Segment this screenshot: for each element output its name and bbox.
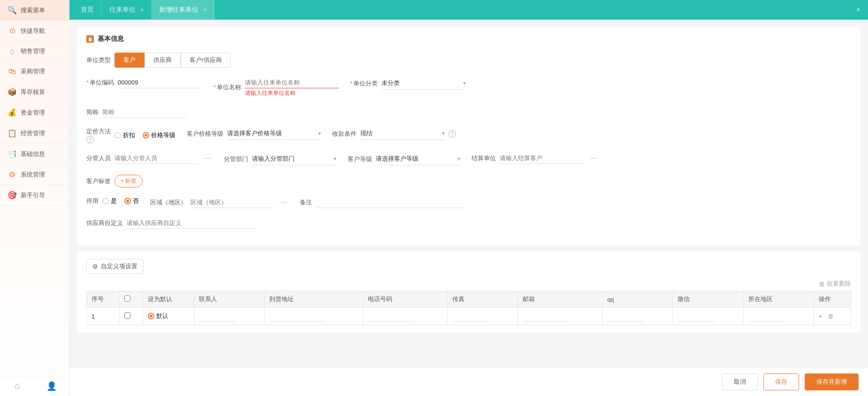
disable-label: 停用 bbox=[86, 197, 99, 205]
tab-new-partner-close[interactable]: × bbox=[203, 7, 206, 13]
customer-price-level-select[interactable]: 请选择客户价格等级 ▾ bbox=[227, 127, 321, 140]
sidebar-item-system[interactable]: ⚙ 系统管理 bbox=[0, 164, 69, 185]
payment-terms-help-icon[interactable]: ? bbox=[449, 130, 456, 138]
save-button[interactable]: 保存 bbox=[763, 373, 799, 390]
customer-level-label: 客户等级 bbox=[348, 155, 372, 163]
page-footer: 取消 保存 保存并新增 bbox=[69, 367, 868, 396]
abbr-row: 简称 bbox=[86, 107, 851, 118]
remark-input[interactable] bbox=[316, 197, 466, 208]
manager-field: 分管人员 ··· bbox=[86, 153, 213, 164]
default-radio[interactable]: 默认 bbox=[148, 312, 189, 320]
col-address: 到货地址 bbox=[265, 291, 363, 308]
row-email bbox=[518, 308, 602, 325]
sidebar-user-icon[interactable]: 👤 bbox=[35, 376, 69, 396]
address-input[interactable] bbox=[269, 311, 326, 322]
unit-code-input[interactable] bbox=[118, 77, 202, 88]
batch-delete-label[interactable]: 批量删除 bbox=[827, 280, 851, 288]
unit-name-input[interactable] bbox=[245, 77, 339, 88]
price-level-radio-circle bbox=[143, 132, 149, 139]
email-input[interactable] bbox=[523, 311, 570, 322]
disable-yes[interactable]: 是 bbox=[102, 197, 117, 205]
row-select-checkbox[interactable] bbox=[124, 312, 130, 318]
manager-row: 分管人员 ··· 分管部门 请输入分管部门 ▾ 客户等级 请选择客户等级 ▾ bbox=[86, 153, 851, 165]
discount-radio-circle bbox=[114, 132, 121, 139]
tab-partners-close[interactable]: × bbox=[140, 7, 144, 13]
sidebar-home-icon[interactable]: ⌂ bbox=[0, 376, 35, 396]
unit-type-buttons: 客户 供应商 客户/供应商 bbox=[114, 53, 231, 68]
qq-input[interactable] bbox=[607, 311, 645, 322]
col-action: 操作 bbox=[814, 291, 851, 308]
contacts-table: 序号 设为默认 联系人 到货地址 电话号码 传真 邮箱 qq 微信 所在地区 操… bbox=[86, 291, 851, 325]
sidebar-item-purchase[interactable]: 🛍 采购管理 bbox=[0, 62, 69, 82]
contact-input[interactable] bbox=[199, 311, 236, 322]
sidebar-item-quick-nav[interactable]: ⊙ 快捷导航 bbox=[0, 21, 69, 41]
select-all-checkbox[interactable] bbox=[124, 295, 130, 302]
system-icon: ⚙ bbox=[8, 170, 17, 179]
pricing-price-level[interactable]: 价格等级 bbox=[143, 131, 175, 140]
tab-new-partner[interactable]: 新增往来单位 × bbox=[152, 0, 214, 20]
manager-input[interactable] bbox=[114, 153, 199, 164]
pricing-label: 定价方法 ? bbox=[86, 127, 111, 143]
phone-input[interactable] bbox=[368, 311, 415, 322]
add-tag-button[interactable]: + 标签 bbox=[114, 175, 143, 187]
add-row-button[interactable]: + bbox=[819, 313, 822, 320]
sidebar-item-guide[interactable]: 🎯 新手引导 bbox=[0, 185, 69, 206]
unit-category-field: *单位分类 未分类 ▾ bbox=[350, 77, 466, 90]
type-btn-both[interactable]: 客户/供应商 bbox=[181, 53, 231, 68]
customer-level-select[interactable]: 请选择客户等级 ▾ bbox=[376, 153, 460, 165]
department-arrow: ▾ bbox=[334, 155, 336, 162]
settlement-field: 结算单位 ··· bbox=[472, 153, 598, 164]
tab-home[interactable]: 首页 bbox=[73, 0, 102, 20]
gear-icon: ⚙ bbox=[92, 263, 98, 270]
tags-field: 客户标签 + 标签 bbox=[86, 175, 143, 187]
customer-price-level-label: 客户价格等级 bbox=[187, 130, 223, 138]
fax-input[interactable] bbox=[452, 311, 490, 322]
page-content-area: 📋 基本信息 单位类型 客户 供应商 客户/供应商 *单位编码 bbox=[69, 20, 868, 367]
price-level-arrow: ▾ bbox=[318, 130, 321, 137]
type-btn-supplier[interactable]: 供应商 bbox=[145, 53, 181, 68]
pricing-radio-group: 折扣 价格等级 bbox=[114, 131, 175, 140]
sidebar-item-basics[interactable]: 📑 基础信息 bbox=[0, 144, 69, 164]
unit-category-select[interactable]: 未分类 ▾ bbox=[381, 77, 466, 90]
disable-no[interactable]: 否 bbox=[124, 197, 139, 205]
payment-terms-field: 收款条件 现结 ▾ ? bbox=[332, 127, 456, 140]
region-more-btn[interactable]: ··· bbox=[279, 198, 289, 207]
cancel-button[interactable]: 取消 bbox=[722, 373, 758, 390]
sidebar-item-finance[interactable]: 💰 资金管理 bbox=[0, 102, 69, 123]
sidebar-item-search[interactable]: 🔍 搜索菜单 bbox=[0, 0, 69, 21]
pricing-discount[interactable]: 折扣 bbox=[114, 131, 135, 140]
unit-name-with-error: 请输入往来单位名称 bbox=[245, 77, 339, 97]
save-and-new-button[interactable]: 保存并新增 bbox=[805, 373, 859, 390]
row-contact bbox=[194, 308, 265, 325]
tab-partners[interactable]: 往来单位 × bbox=[102, 0, 152, 20]
row-region-input[interactable] bbox=[748, 311, 786, 322]
payment-terms-select[interactable]: 现结 ▾ bbox=[360, 127, 445, 140]
settlement-input[interactable] bbox=[500, 153, 584, 164]
row-default: 默认 bbox=[143, 308, 194, 325]
code-name-row: *单位编码 *单位名称 请输入往来单位名称 *单位分类 未分类 ▾ bbox=[86, 77, 851, 97]
row-seq: 1 bbox=[87, 308, 120, 325]
department-select[interactable]: 请输入分管部门 ▾ bbox=[252, 153, 336, 165]
wechat-input[interactable] bbox=[678, 311, 715, 322]
settlement-more-btn[interactable]: ··· bbox=[588, 154, 598, 163]
row-wechat bbox=[673, 308, 743, 325]
yes-radio-circle bbox=[102, 198, 109, 204]
sidebar-item-inventory[interactable]: 📦 库存核算 bbox=[0, 82, 69, 102]
pricing-field: 定价方法 ? 折扣 价格等级 bbox=[86, 127, 175, 143]
custom-settings-button[interactable]: ⚙ 自定义项设置 bbox=[86, 259, 144, 274]
guide-icon: 🎯 bbox=[8, 191, 17, 200]
close-all-tabs-button[interactable]: × bbox=[853, 6, 864, 14]
abbr-input[interactable] bbox=[102, 107, 187, 118]
delete-row-button[interactable]: 🗑 bbox=[828, 313, 834, 320]
finance-icon: 💰 bbox=[8, 108, 17, 117]
manager-more-btn[interactable]: ··· bbox=[203, 154, 213, 163]
region-input[interactable] bbox=[190, 197, 275, 208]
supplier-custom-input[interactable] bbox=[127, 217, 258, 229]
col-fax: 传真 bbox=[447, 291, 518, 308]
row-address bbox=[265, 308, 363, 325]
pricing-help-icon[interactable]: ? bbox=[86, 136, 94, 143]
region-label: 区域（地区） bbox=[150, 198, 187, 207]
type-btn-customer[interactable]: 客户 bbox=[114, 53, 145, 68]
sidebar-item-sales[interactable]: ⌂ 销售管理 bbox=[0, 41, 69, 62]
sidebar-item-operations[interactable]: 📋 经营管理 bbox=[0, 123, 69, 144]
